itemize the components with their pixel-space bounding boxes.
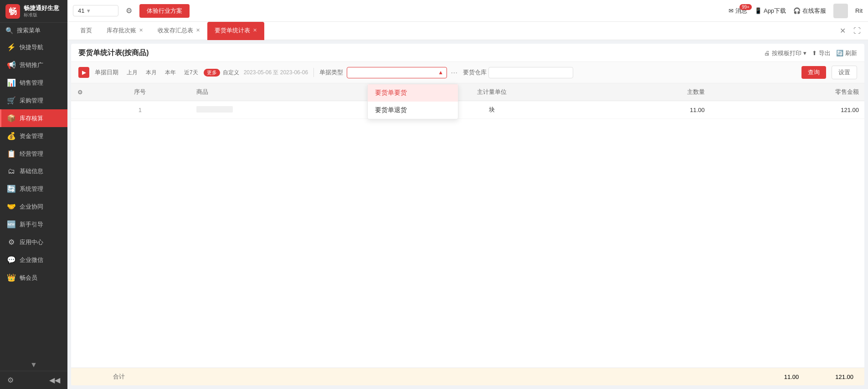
system-icon: 🔄 <box>7 184 16 193</box>
sidebar-item-inventory[interactable]: 📦 库存核算 <box>0 109 67 127</box>
export-button[interactable]: ⬆ 导出 <box>812 49 831 57</box>
online-service-button[interactable]: 🎧 在线客服 <box>793 7 826 15</box>
sidebar-item-app-center[interactable]: ⚙ 应用中心 <box>0 233 67 251</box>
sidebar-item-label: 经营管理 <box>20 150 43 158</box>
tab-home-label: 首页 <box>80 26 92 35</box>
brand-sub: 标准版 <box>24 12 59 18</box>
user-avatar[interactable] <box>833 4 848 18</box>
message-icon: ✉ <box>729 7 734 14</box>
col-settings[interactable]: ⚙ <box>71 83 89 101</box>
tab-order-stats-close-icon[interactable]: ✕ <box>253 27 257 33</box>
shortcut-more[interactable]: 更多 <box>204 69 220 77</box>
basic-info-icon: 🗂 <box>7 167 16 175</box>
row-amount-cell: 121.00 <box>710 101 864 119</box>
print-button[interactable]: 🖨 按模板打印 ▾ <box>764 49 806 57</box>
settings-button[interactable]: 设置 <box>832 66 857 79</box>
search-label: 搜索菜单 <box>17 26 41 35</box>
data-table: ⚙ 序号 商品 主计量单位 主数量 零售金额 1 <box>71 83 864 119</box>
filter-type-group: 单据类型 ▲ ··· <box>319 67 457 78</box>
type-filter-label: 单据类型 <box>319 68 343 77</box>
query-button[interactable]: 查询 <box>801 66 826 79</box>
topbar-settings-icon[interactable]: ⚙ <box>122 4 136 18</box>
main-content: 41 ▾ ⚙ 体验行业方案 ✉ 消息 99+ 📱 App下载 🎧 在线客服 Ri… <box>67 0 868 389</box>
export-icon: ⬆ <box>812 50 817 56</box>
sidebar-item-label: 采购管理 <box>20 97 43 105</box>
sidebar-item-label: 资金管理 <box>20 132 43 140</box>
sidebar-item-member[interactable]: 👑 畅会员 <box>0 269 67 287</box>
shortcut-last-7days[interactable]: 近7天 <box>181 68 201 77</box>
type-dropdown-menu: 要货单要货 要货单退货 <box>367 84 458 119</box>
wechat-icon: 💬 <box>7 256 16 264</box>
dropdown-item-order-goods[interactable]: 要货单要货 <box>368 84 458 102</box>
shortcut-this-month[interactable]: 本月 <box>143 68 159 77</box>
tab-receive-summary[interactable]: 收发存汇总表 ✕ <box>150 22 207 40</box>
sidebar-item-label: 库存核算 <box>20 114 43 123</box>
sidebar-item-wechat[interactable]: 💬 企业微信 <box>0 251 67 269</box>
messages-button[interactable]: ✉ 消息 99+ <box>729 7 747 15</box>
tab-order-stats[interactable]: 要货单统计表 ✕ <box>207 22 264 40</box>
sidebar-item-quick-nav[interactable]: ⚡ 快捷导航 <box>0 38 67 56</box>
filter-separator <box>313 68 314 77</box>
dropdown-item-order-return[interactable]: 要货单退货 <box>368 102 458 119</box>
sidebar-item-operations[interactable]: 📋 经营管理 <box>0 145 67 163</box>
table-row: 1 块 11.00 121.00 <box>71 101 864 119</box>
col-amount: 零售金额 <box>710 83 864 101</box>
app-download-button[interactable]: 📱 App下载 <box>755 7 786 15</box>
tab-receive-summary-close-icon[interactable]: ✕ <box>196 27 200 33</box>
enterprise-icon: 🤝 <box>7 202 16 211</box>
search-icon: 🔍 <box>5 27 13 34</box>
member-icon: 👑 <box>7 273 16 282</box>
guide-icon: 🆕 <box>7 220 16 229</box>
filter-more-options-icon[interactable]: ··· <box>451 68 457 77</box>
sidebar-search[interactable]: 🔍 搜索菜单 <box>0 23 67 38</box>
sidebar-item-basic-info[interactable]: 🗂 基础信息 <box>0 163 67 180</box>
tab-order-stats-label: 要货单统计表 <box>215 26 250 35</box>
filter-expand-button[interactable]: ▶ <box>78 67 89 78</box>
sidebar-item-purchase[interactable]: 🛒 采购管理 <box>0 92 67 109</box>
sidebar-scroll-down[interactable]: ▼ <box>0 359 67 371</box>
sidebar-item-marketing[interactable]: 📢 营销推广 <box>0 56 67 74</box>
tab-receive-summary-label: 收发存汇总表 <box>158 26 193 35</box>
service-icon: 🎧 <box>793 7 801 14</box>
settings-icon[interactable]: ⚙ <box>7 376 14 384</box>
logo-icon: 畅 <box>5 4 20 19</box>
sidebar-item-enterprise[interactable]: 🤝 企业协同 <box>0 198 67 215</box>
collapse-icon[interactable]: ◀◀ <box>49 376 60 384</box>
brand-name: 畅捷通好生意 <box>24 5 59 12</box>
topbar-dropdown[interactable]: 41 ▾ <box>73 5 118 16</box>
tab-inventory-batch[interactable]: 库存批次账 ✕ <box>99 22 150 40</box>
tab-expand-icon[interactable]: ⛶ <box>852 26 863 36</box>
tab-inventory-batch-close-icon[interactable]: ✕ <box>139 27 143 33</box>
topbar-left: 41 ▾ ⚙ 体验行业方案 <box>73 4 190 18</box>
refresh-button[interactable]: 🔄 刷新 <box>836 49 857 57</box>
topbar: 41 ▾ ⚙ 体验行业方案 ✉ 消息 99+ 📱 App下载 🎧 在线客服 Ri… <box>67 0 868 22</box>
warehouse-select-group: 要货仓库 <box>463 67 573 78</box>
type-select-display[interactable] <box>347 67 447 78</box>
messages-badge: 99+ <box>740 4 752 10</box>
warehouse-input[interactable] <box>488 67 573 78</box>
sidebar-item-sales[interactable]: 📊 销售管理 <box>0 74 67 92</box>
footer-amount-value: 121.00 <box>835 374 853 380</box>
sidebar-item-finance[interactable]: 💰 资金管理 <box>0 127 67 145</box>
sidebar-item-label: 畅会员 <box>20 274 37 282</box>
table-header-row: ⚙ 序号 商品 主计量单位 主数量 零售金额 <box>71 83 864 101</box>
content-area: 要货单统计表(按商品) 🖨 按模板打印 ▾ ⬆ 导出 🔄 刷新 ▶ <box>71 44 864 385</box>
product-name-placeholder <box>196 106 233 113</box>
trial-button[interactable]: 体验行业方案 <box>139 4 190 18</box>
operations-icon: 📋 <box>7 149 16 158</box>
sidebar-logo: 畅 畅捷通好生意 标准版 <box>0 0 67 23</box>
sidebar-item-label: 快捷导航 <box>20 43 43 51</box>
sidebar-item-system[interactable]: 🔄 系统管理 <box>0 180 67 198</box>
shortcut-custom[interactable]: 自定义 <box>223 69 239 77</box>
shortcut-this-year[interactable]: 本年 <box>162 68 179 77</box>
page-title: 要货单统计表(按商品) <box>78 48 149 58</box>
dropdown-chevron-icon: ▾ <box>87 7 90 14</box>
footer-total-label: 合计 <box>113 373 784 381</box>
sidebar-item-guide[interactable]: 🆕 新手引导 <box>0 215 67 233</box>
shortcut-last-month[interactable]: 上月 <box>124 68 140 77</box>
tab-home[interactable]: 首页 <box>73 22 99 40</box>
app-download-icon: 📱 <box>755 7 762 14</box>
print-label: 按模板打印 <box>772 49 801 57</box>
footer-quantity-value: 11.00 <box>784 374 799 380</box>
tab-close-all-icon[interactable]: ✕ <box>837 26 848 36</box>
